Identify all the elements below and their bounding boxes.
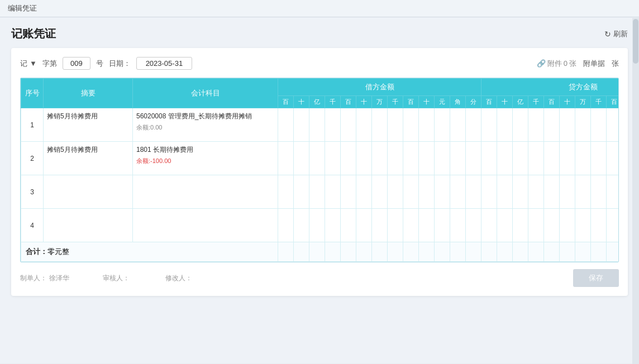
row2-digit-19[interactable] — [575, 175, 591, 209]
row3-digit-14[interactable] — [497, 209, 513, 242]
row1-digit-3[interactable] — [325, 142, 341, 175]
row2-digit-13[interactable] — [481, 175, 497, 209]
row0-digit-11[interactable] — [450, 108, 466, 142]
row0-digit-9[interactable] — [419, 108, 435, 142]
row-subject-0[interactable]: 56020008 管理费用_长期待摊费用摊销余额:0.00 — [133, 108, 278, 142]
row3-digit-6[interactable] — [372, 209, 388, 242]
row2-digit-9[interactable] — [419, 175, 435, 209]
row1-digit-6[interactable] — [372, 142, 388, 175]
save-button[interactable]: 保存 — [573, 269, 619, 287]
row1-digit-7[interactable] — [388, 142, 403, 175]
refresh-button[interactable]: ↻ 刷新 — [604, 29, 628, 39]
row3-digit-17[interactable] — [544, 209, 560, 242]
row1-digit-20[interactable] — [591, 142, 607, 175]
row-summary-3[interactable] — [44, 209, 133, 242]
row0-digit-12[interactable] — [466, 108, 481, 142]
row1-digit-19[interactable] — [575, 142, 591, 175]
row1-digit-9[interactable] — [419, 142, 435, 175]
row-subject-3[interactable] — [133, 209, 278, 242]
row1-digit-8[interactable] — [403, 142, 419, 175]
row0-digit-17[interactable] — [544, 108, 560, 142]
row0-digit-19[interactable] — [575, 108, 591, 142]
row2-digit-16[interactable] — [528, 175, 544, 209]
row-subject-2[interactable] — [133, 175, 278, 209]
row3-digit-1[interactable] — [294, 209, 309, 242]
row0-digit-13[interactable] — [481, 108, 497, 142]
row1-digit-5[interactable] — [356, 142, 372, 175]
dropdown-icon[interactable]: ▼ — [30, 59, 37, 68]
row2-digit-17[interactable] — [544, 175, 560, 209]
row-summary-0[interactable]: 摊销5月待摊费用 — [44, 108, 133, 142]
row1-digit-13[interactable] — [481, 142, 497, 175]
row-summary-1[interactable]: 摊销5月待摊费用 — [44, 142, 133, 175]
row1-digit-16[interactable] — [528, 142, 544, 175]
row-subject-1[interactable]: 1801 长期待摊费用余额:-100.00 — [133, 142, 278, 175]
row2-digit-12[interactable] — [466, 175, 481, 209]
row2-digit-20[interactable] — [591, 175, 607, 209]
row0-digit-10[interactable] — [435, 108, 450, 142]
row1-digit-11[interactable] — [450, 142, 466, 175]
row0-digit-15[interactable] — [513, 108, 528, 142]
row2-digit-3[interactable] — [325, 175, 341, 209]
voucher-number-box[interactable]: 009 — [63, 57, 90, 70]
row0-digit-1[interactable] — [294, 108, 309, 142]
row1-digit-1[interactable] — [294, 142, 309, 175]
row3-digit-13[interactable] — [481, 209, 497, 242]
row-summary-2[interactable] — [44, 175, 133, 209]
row1-digit-15[interactable] — [513, 142, 528, 175]
row1-digit-2[interactable] — [309, 142, 325, 175]
row0-digit-14[interactable] — [497, 108, 513, 142]
row3-digit-4[interactable] — [341, 209, 356, 242]
row3-digit-19[interactable] — [575, 209, 591, 242]
row3-digit-2[interactable] — [309, 209, 325, 242]
row3-digit-10[interactable] — [435, 209, 450, 242]
row2-digit-15[interactable] — [513, 175, 528, 209]
row0-digit-20[interactable] — [591, 108, 607, 142]
row2-digit-11[interactable] — [450, 175, 466, 209]
row3-digit-12[interactable] — [466, 209, 481, 242]
row0-digit-18[interactable] — [560, 108, 575, 142]
row2-digit-21[interactable] — [607, 175, 619, 209]
row2-digit-7[interactable] — [388, 175, 403, 209]
row0-digit-16[interactable] — [528, 108, 544, 142]
row3-digit-0[interactable] — [278, 209, 294, 242]
row3-digit-16[interactable] — [528, 209, 544, 242]
row0-digit-3[interactable] — [325, 108, 341, 142]
row3-digit-7[interactable] — [388, 209, 403, 242]
row3-digit-5[interactable] — [356, 209, 372, 242]
row3-digit-11[interactable] — [450, 209, 466, 242]
row2-digit-5[interactable] — [356, 175, 372, 209]
row3-digit-9[interactable] — [419, 209, 435, 242]
row0-digit-2[interactable] — [309, 108, 325, 142]
row1-digit-18[interactable] — [560, 142, 575, 175]
row2-digit-6[interactable] — [372, 175, 388, 209]
row1-digit-10[interactable] — [435, 142, 450, 175]
row0-digit-6[interactable] — [372, 108, 388, 142]
row0-digit-21[interactable] — [607, 108, 619, 142]
row2-digit-14[interactable] — [497, 175, 513, 209]
row2-digit-0[interactable] — [278, 175, 294, 209]
row1-digit-4[interactable] — [341, 142, 356, 175]
row3-digit-15[interactable] — [513, 209, 528, 242]
row0-digit-0[interactable] — [278, 108, 294, 142]
row2-digit-4[interactable] — [341, 175, 356, 209]
row2-digit-2[interactable] — [309, 175, 325, 209]
row1-digit-21[interactable] — [607, 142, 619, 175]
scrollbar-thumb[interactable] — [633, 19, 638, 64]
row2-digit-10[interactable] — [435, 175, 450, 209]
attach-single-label[interactable]: 附单据 — [583, 59, 605, 69]
row3-digit-20[interactable] — [591, 209, 607, 242]
row2-digit-18[interactable] — [560, 175, 575, 209]
row3-digit-21[interactable] — [607, 209, 619, 242]
row2-digit-1[interactable] — [294, 175, 309, 209]
voucher-date-box[interactable]: 2023-05-31 — [136, 57, 192, 70]
row3-digit-18[interactable] — [560, 209, 575, 242]
row1-digit-12[interactable] — [466, 142, 481, 175]
row1-digit-17[interactable] — [544, 142, 560, 175]
row0-digit-4[interactable] — [341, 108, 356, 142]
row1-digit-0[interactable] — [278, 142, 294, 175]
row1-digit-14[interactable] — [497, 142, 513, 175]
attach-link[interactable]: 🔗 附件 0 张 — [537, 59, 576, 69]
row0-digit-8[interactable] — [403, 108, 419, 142]
row3-digit-3[interactable] — [325, 209, 341, 242]
